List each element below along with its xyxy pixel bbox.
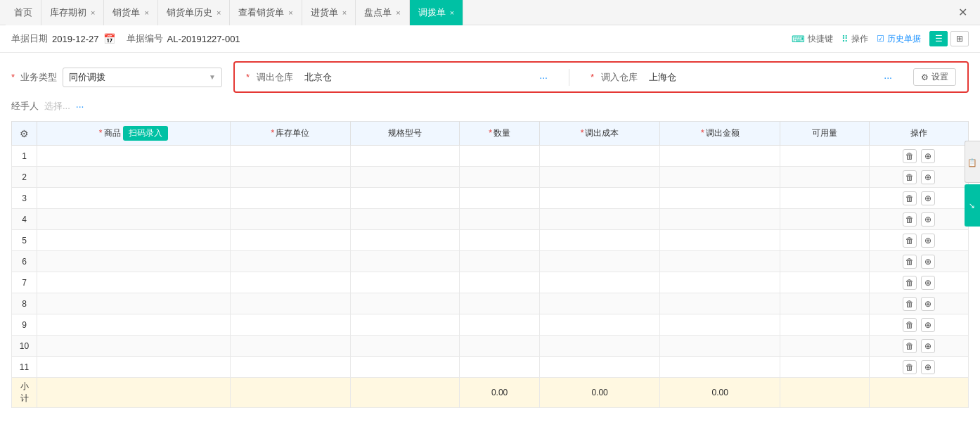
row-unit-3[interactable] xyxy=(230,188,350,209)
row-goods-11[interactable] xyxy=(37,357,231,378)
scan-input-btn[interactable]: 扫码录入 xyxy=(123,126,168,141)
row-cost-10[interactable] xyxy=(540,336,660,357)
row-amount-11[interactable] xyxy=(660,357,780,378)
row-qty-9[interactable] xyxy=(460,314,540,336)
tab-purchase-order[interactable]: 进货单 × xyxy=(302,0,356,25)
row-available-7[interactable] xyxy=(780,272,870,293)
row-amount-7[interactable] xyxy=(660,272,780,293)
table-settings-th[interactable]: ⚙ xyxy=(12,122,37,146)
row-goods-7[interactable] xyxy=(37,272,231,293)
row-cost-1[interactable] xyxy=(540,146,660,167)
copy-icon-8[interactable]: ⊕ xyxy=(921,297,935,311)
copy-icon-7[interactable]: ⊕ xyxy=(921,276,935,290)
row-cost-8[interactable] xyxy=(540,293,660,314)
row-unit-9[interactable] xyxy=(230,314,350,336)
row-unit-10[interactable] xyxy=(230,336,350,357)
row-unit-5[interactable] xyxy=(230,230,350,251)
row-amount-8[interactable] xyxy=(660,293,780,314)
row-goods-8[interactable] xyxy=(37,293,231,314)
row-amount-1[interactable] xyxy=(660,146,780,167)
transfer-out-more-btn[interactable]: ··· xyxy=(539,72,548,83)
row-spec-4[interactable] xyxy=(350,209,459,230)
row-cost-6[interactable] xyxy=(540,251,660,272)
row-unit-4[interactable] xyxy=(230,209,350,230)
row-amount-4[interactable] xyxy=(660,209,780,230)
row-goods-2[interactable] xyxy=(37,167,231,188)
row-amount-6[interactable] xyxy=(660,251,780,272)
row-goods-3[interactable] xyxy=(37,188,231,209)
row-qty-1[interactable] xyxy=(460,146,540,167)
row-spec-9[interactable] xyxy=(350,314,459,336)
business-type-select[interactable]: 同价调拨 ▼ xyxy=(63,68,222,87)
row-cost-3[interactable] xyxy=(540,188,660,209)
row-spec-3[interactable] xyxy=(350,188,459,209)
grid-view-btn[interactable]: ⊞ xyxy=(950,31,969,46)
row-cost-5[interactable] xyxy=(540,230,660,251)
row-available-11[interactable] xyxy=(780,357,870,378)
copy-icon-11[interactable]: ⊕ xyxy=(921,360,935,374)
row-cost-9[interactable] xyxy=(540,314,660,336)
row-spec-1[interactable] xyxy=(350,146,459,167)
row-unit-6[interactable] xyxy=(230,251,350,272)
row-goods-10[interactable] xyxy=(37,336,231,357)
settings-btn[interactable]: ⚙ 设置 xyxy=(913,68,956,86)
delete-icon-10[interactable]: 🗑 xyxy=(903,339,917,353)
tab-sales-history[interactable]: 销货单历史 × xyxy=(158,0,230,25)
row-unit-2[interactable] xyxy=(230,167,350,188)
copy-icon-10[interactable]: ⊕ xyxy=(921,339,935,353)
tab-transfer-order-close[interactable]: × xyxy=(450,8,454,17)
row-available-3[interactable] xyxy=(780,188,870,209)
row-qty-7[interactable] xyxy=(460,272,540,293)
tab-sales-order-close[interactable]: × xyxy=(144,8,148,17)
row-available-9[interactable] xyxy=(780,314,870,336)
row-spec-8[interactable] xyxy=(350,293,459,314)
row-cost-11[interactable] xyxy=(540,357,660,378)
row-qty-4[interactable] xyxy=(460,209,540,230)
tab-sales-order[interactable]: 销货单 × xyxy=(104,0,157,25)
delete-icon-7[interactable]: 🗑 xyxy=(903,276,917,290)
tab-inventory-check[interactable]: 盘点单 × xyxy=(356,0,409,25)
row-goods-6[interactable] xyxy=(37,251,231,272)
row-goods-1[interactable] xyxy=(37,146,231,167)
copy-icon-1[interactable]: ⊕ xyxy=(921,149,935,163)
row-qty-10[interactable] xyxy=(460,336,540,357)
row-qty-6[interactable] xyxy=(460,251,540,272)
row-unit-1[interactable] xyxy=(230,146,350,167)
tab-view-sales-close[interactable]: × xyxy=(288,8,292,17)
tab-inventory-init-close[interactable]: × xyxy=(91,8,95,17)
row-qty-3[interactable] xyxy=(460,188,540,209)
row-available-5[interactable] xyxy=(780,230,870,251)
handler-more-btn[interactable]: ··· xyxy=(76,101,84,112)
delete-icon-9[interactable]: 🗑 xyxy=(903,318,917,332)
tab-inventory-init[interactable]: 库存期初 × xyxy=(41,0,104,25)
operations-btn[interactable]: ⠿ 操作 xyxy=(842,33,868,45)
note-float-btn[interactable]: 📋 xyxy=(965,141,980,183)
delete-icon-1[interactable]: 🗑 xyxy=(903,149,917,163)
copy-icon-2[interactable]: ⊕ xyxy=(921,170,935,184)
copy-icon-9[interactable]: ⊕ xyxy=(921,318,935,332)
row-available-1[interactable] xyxy=(780,146,870,167)
row-unit-7[interactable] xyxy=(230,272,350,293)
tab-view-sales[interactable]: 查看销货单 × xyxy=(230,0,302,25)
row-goods-4[interactable] xyxy=(37,209,231,230)
row-amount-5[interactable] xyxy=(660,230,780,251)
row-spec-6[interactable] xyxy=(350,251,459,272)
row-amount-10[interactable] xyxy=(660,336,780,357)
delete-icon-8[interactable]: 🗑 xyxy=(903,297,917,311)
list-view-btn[interactable]: ☰ xyxy=(929,31,948,46)
delete-icon-2[interactable]: 🗑 xyxy=(903,170,917,184)
copy-icon-5[interactable]: ⊕ xyxy=(921,234,935,248)
row-available-8[interactable] xyxy=(780,293,870,314)
window-close-btn[interactable]: ✕ xyxy=(951,6,974,19)
row-spec-10[interactable] xyxy=(350,336,459,357)
row-amount-9[interactable] xyxy=(660,314,780,336)
tab-transfer-order[interactable]: 调拨单 × xyxy=(410,0,463,25)
delete-icon-5[interactable]: 🗑 xyxy=(903,234,917,248)
delete-icon-3[interactable]: 🗑 xyxy=(903,191,917,205)
row-qty-2[interactable] xyxy=(460,167,540,188)
row-available-6[interactable] xyxy=(780,251,870,272)
row-qty-11[interactable] xyxy=(460,357,540,378)
row-amount-3[interactable] xyxy=(660,188,780,209)
row-available-2[interactable] xyxy=(780,167,870,188)
delete-icon-4[interactable]: 🗑 xyxy=(903,212,917,227)
